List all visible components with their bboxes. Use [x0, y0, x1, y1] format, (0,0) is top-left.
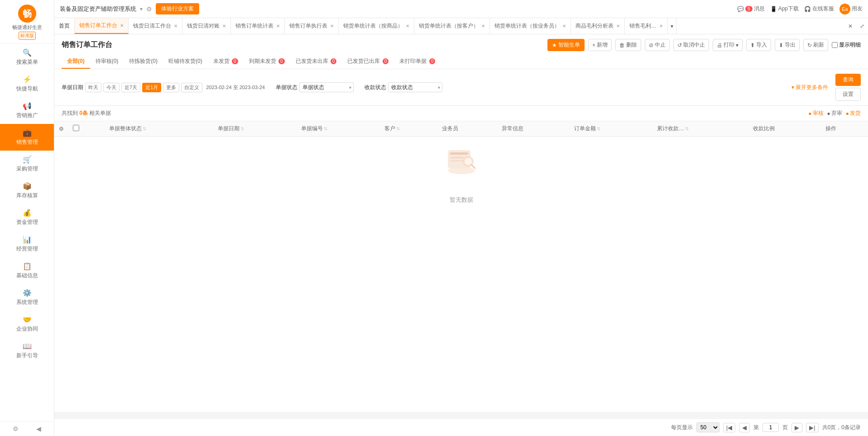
- settings-topbar-icon[interactable]: ⚙: [146, 5, 152, 13]
- date-btn-custom[interactable]: 自定义: [181, 83, 202, 92]
- payment-select[interactable]: 收款状态: [388, 82, 442, 92]
- tab-close-icon[interactable]: ✕: [481, 24, 485, 28]
- sidebar-item-business[interactable]: 📊 经营管理: [0, 231, 54, 257]
- current-page-input[interactable]: [762, 423, 779, 432]
- sub-tab-shipped-out[interactable]: 已发货已出库 0: [342, 55, 394, 69]
- ship-action-button[interactable]: ● 发货: [846, 109, 861, 117]
- sub-tab-pending-approve[interactable]: 待审核(0): [90, 55, 124, 69]
- industry-solution-button[interactable]: 体验行业方案: [156, 3, 199, 14]
- tabs-maximize-button[interactable]: ⤢: [856, 23, 868, 29]
- sidebar-item-collab[interactable]: 🤝 企业协同: [0, 311, 54, 337]
- th-received[interactable]: 累计收款…⇅: [652, 121, 748, 137]
- sub-tab-unprinted[interactable]: 未打印单据 0: [394, 55, 441, 69]
- query-button[interactable]: 查询: [835, 74, 861, 86]
- prev-page-button[interactable]: ◀: [739, 423, 750, 432]
- th-status[interactable]: 单据整体状态⇅: [105, 121, 213, 137]
- th-date[interactable]: 单据日期⇅: [213, 121, 297, 137]
- tab-daily-reconcile[interactable]: 钱货日清对账 ✕: [182, 18, 231, 34]
- export-button[interactable]: ⬇ 导出: [775, 39, 800, 51]
- sidebar-item-guide[interactable]: 📖 新手引导: [0, 337, 54, 364]
- next-page-button[interactable]: ▶: [791, 423, 802, 432]
- tab-close-icon[interactable]: ✕: [276, 24, 280, 28]
- user-menu-button[interactable]: Ea 用友: [839, 4, 863, 14]
- delete-button[interactable]: 🗑 删除: [615, 39, 641, 51]
- first-page-button[interactable]: |◀: [723, 423, 735, 432]
- add-button[interactable]: + 新增: [588, 39, 612, 51]
- tab-sales-margin[interactable]: 销售毛利… ✕: [625, 18, 668, 34]
- page-size-select[interactable]: 20 50 100 200: [696, 422, 719, 432]
- tab-close-icon[interactable]: ✕: [330, 24, 334, 28]
- tab-close-icon[interactable]: ✕: [562, 24, 566, 28]
- sub-tab-all[interactable]: 全部(0): [62, 55, 90, 69]
- settings-icon[interactable]: ⚙: [13, 425, 19, 432]
- sub-tab-wangpu-ship[interactable]: 旺铺待发货(0): [163, 55, 208, 69]
- tab-sales-stats[interactable]: 销售订单统计表 ✕: [231, 18, 285, 34]
- date-btn-yesterday[interactable]: 昨天: [85, 83, 101, 92]
- status-select[interactable]: 单据状态: [299, 82, 354, 92]
- date-btn-1month[interactable]: 近1月: [142, 83, 161, 92]
- expand-conditions-button[interactable]: ▾ 展开更多条件: [791, 84, 828, 91]
- refresh-button[interactable]: ↻ 刷新: [803, 39, 828, 51]
- dropdown-arrow-icon[interactable]: ▾: [140, 6, 143, 12]
- date-btn-more[interactable]: 更多: [163, 83, 179, 92]
- sidebar-item-finance[interactable]: 💰 资金管理: [0, 204, 54, 231]
- th-ratio[interactable]: 收款比例: [748, 121, 821, 137]
- sub-tab-overdue-unshipped[interactable]: 到期未发货 0: [244, 55, 290, 69]
- th-gear[interactable]: ⚙: [54, 121, 68, 137]
- smart-create-button[interactable]: ★ 智能生单: [547, 39, 585, 51]
- tab-close-icon[interactable]: ✕: [616, 24, 620, 28]
- sub-tab-shipped-not-out[interactable]: 已发货未出库 0: [290, 55, 342, 69]
- tab-ship-by-product[interactable]: 销货单统计表（按商品） ✕: [339, 18, 414, 34]
- tab-close-icon[interactable]: ✕: [406, 24, 409, 28]
- sub-tab-pending-inspect[interactable]: 待拣验货(0): [124, 55, 163, 69]
- select-all-checkbox[interactable]: [73, 125, 79, 131]
- collapse-icon[interactable]: ◀: [36, 425, 41, 432]
- last-page-button[interactable]: ▶|: [806, 423, 818, 432]
- online-service-button[interactable]: 🎧 在线客服: [804, 5, 834, 13]
- tab-daily-clear[interactable]: 钱货日清工作台 ✕: [129, 18, 182, 34]
- th-checkbox[interactable]: [68, 121, 105, 137]
- tab-sales-workbench[interactable]: 销售订单工作台 ✕: [75, 18, 129, 34]
- horizontal-scrollbar[interactable]: [54, 412, 868, 418]
- tab-ship-by-salesperson[interactable]: 销货单统计表（按业务员） ✕: [490, 18, 571, 34]
- date-btn-today[interactable]: 今天: [103, 83, 120, 92]
- sub-tab-unshipped[interactable]: 未发货 0: [208, 55, 244, 69]
- stop-button[interactable]: ⊘ 中止: [645, 39, 670, 51]
- sidebar-item-purchase[interactable]: 🛒 采购管理: [0, 151, 54, 177]
- tab-close-icon[interactable]: ✕: [659, 24, 663, 28]
- tab-close-icon[interactable]: ✕: [120, 23, 124, 28]
- tab-home[interactable]: 首页: [54, 18, 75, 34]
- show-detail-toggle[interactable]: 显示明细: [832, 41, 861, 49]
- import-button[interactable]: ⬆ 导入: [746, 39, 771, 51]
- tab-close-icon[interactable]: ✕: [222, 24, 226, 28]
- table-scroll-container[interactable]: ⚙ 单据整体状态⇅ 单据日期⇅ 单据编号⇅: [54, 121, 868, 412]
- sidebar-item-basic[interactable]: 📋 基础信息: [0, 257, 54, 284]
- tab-gross-margin[interactable]: 商品毛利分析表 ✕: [571, 18, 625, 34]
- tab-sales-exec[interactable]: 销售订单执行表 ✕: [285, 18, 339, 34]
- app-download-button[interactable]: 📱 App下载: [770, 5, 799, 13]
- sidebar-item-quick[interactable]: ⚡ 快捷导航: [0, 71, 54, 97]
- sidebar-item-sales[interactable]: 💼 销售管理: [0, 124, 54, 151]
- reject-action-button[interactable]: ● 弃审: [827, 109, 842, 117]
- sidebar-item-marketing[interactable]: 📢 营销推广: [0, 97, 54, 124]
- th-customer[interactable]: 客户⇅: [380, 121, 437, 137]
- sidebar-item-search[interactable]: 🔍 搜索菜单: [0, 44, 54, 71]
- tab-ship-by-customer[interactable]: 销货单统计表（按客户） ✕: [414, 18, 490, 34]
- th-number[interactable]: 单据编号⇅: [297, 121, 380, 137]
- sidebar-item-system[interactable]: ⚙️ 系统管理: [0, 284, 54, 311]
- print-button[interactable]: 🖨 打印 ▾: [713, 39, 743, 51]
- tabs-more-button[interactable]: ▾: [668, 18, 676, 34]
- tab-close-icon[interactable]: ✕: [174, 24, 177, 28]
- cancel-stop-button[interactable]: ↺ 取消中止: [673, 39, 709, 51]
- th-salesperson[interactable]: 业务员: [437, 121, 497, 137]
- show-detail-checkbox[interactable]: [832, 42, 838, 48]
- sidebar-item-inventory[interactable]: 📦 库存核算: [0, 177, 54, 204]
- th-amount[interactable]: 订单金额⇅: [570, 121, 653, 137]
- set-button[interactable]: 设置: [835, 88, 861, 101]
- th-exception[interactable]: 异常信息: [497, 121, 570, 137]
- approve-action-button[interactable]: ● 审核: [808, 109, 823, 117]
- date-btn-7days[interactable]: 近7天: [121, 83, 140, 92]
- message-button[interactable]: 💬 5 消息: [737, 5, 765, 13]
- ship-icon: ●: [846, 110, 849, 117]
- tabs-close-all-button[interactable]: ✕: [844, 23, 856, 29]
